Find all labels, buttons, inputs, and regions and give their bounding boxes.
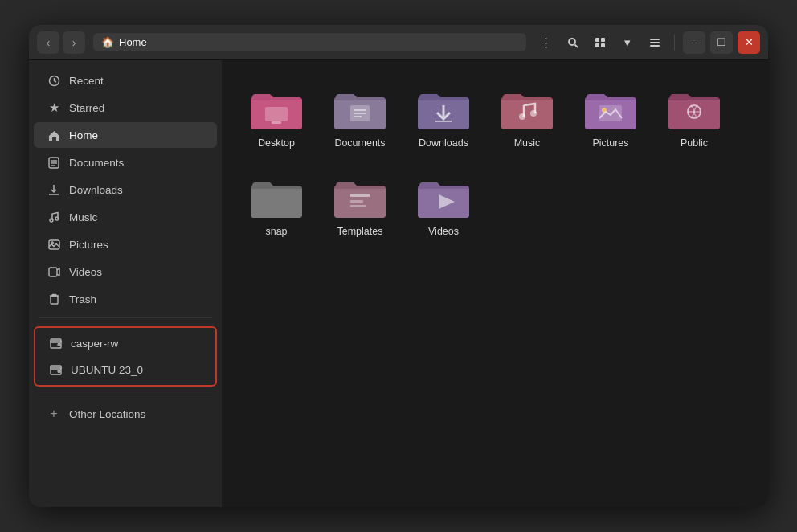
forward-button[interactable]: › [63,31,85,54]
file-item-public[interactable]: Public [659,80,730,155]
file-item-pictures[interactable]: Pictures [575,80,646,155]
svg-rect-6 [650,39,660,40]
svg-point-0 [569,39,575,45]
desktop-label: Desktop [258,137,295,149]
drives-group: casper-rw ⏏ UBUNTU 23_0 ⏏ [34,326,217,387]
home-label: Home [69,129,204,141]
pictures-icon [47,237,61,252]
svg-rect-32 [272,121,281,124]
templates-file-label: Templates [337,226,383,237]
search-button[interactable] [562,31,584,54]
sidebar-separator-1 [39,317,212,318]
svg-rect-47 [350,205,366,207]
snap-file-label: snap [265,226,287,237]
close-button[interactable]: ✕ [738,31,760,54]
pictures-file-label: Pictures [592,137,628,149]
public-file-label: Public [681,137,708,149]
sidebar-item-music[interactable]: Music [34,204,217,230]
documents-file-label: Documents [334,137,385,149]
minimize-button[interactable]: — [683,31,705,54]
sidebar-item-videos[interactable]: Videos [34,259,217,284]
documents-icon [47,155,61,170]
svg-line-1 [575,44,578,47]
svg-rect-5 [601,43,605,47]
starred-icon: ★ [47,100,61,115]
svg-rect-21 [51,296,58,304]
videos-label: Videos [69,266,204,278]
nav-buttons: ‹ › [37,31,85,54]
trash-icon [47,292,61,306]
sidebar-item-recent[interactable]: Recent [34,68,217,93]
downloads-file-label: Downloads [419,137,468,149]
svg-rect-4 [595,43,599,47]
sidebar-item-downloads[interactable]: Downloads [34,177,217,203]
home-icon: 🏠 [101,36,114,48]
music-file-label: Music [514,137,541,149]
recent-icon [47,73,61,88]
path-title: Home [119,36,147,48]
menu-button[interactable]: ⋮ [534,31,557,54]
drive-icon-casper [48,336,63,350]
svg-rect-3 [601,38,605,42]
svg-rect-31 [265,107,288,121]
file-item-snap[interactable]: snap [241,168,312,243]
path-bar[interactable]: 🏠 Home [93,33,526,51]
starred-label: Starred [69,102,204,114]
svg-rect-8 [650,45,660,47]
sidebar-item-casper-rw[interactable]: casper-rw ⏏ [35,330,215,356]
videos-icon [47,264,61,279]
recent-label: Recent [69,75,204,87]
home-sidebar-icon [47,128,61,142]
svg-point-16 [50,219,53,222]
file-item-templates[interactable]: Templates [325,168,395,243]
back-button[interactable]: ‹ [37,31,59,54]
svg-rect-46 [350,200,363,203]
other-locations-icon: + [47,407,61,421]
casper-rw-label: casper-rw [71,338,185,350]
file-item-downloads[interactable]: Downloads [408,80,479,155]
file-item-documents[interactable]: Documents [325,80,395,155]
svg-point-17 [55,217,59,220]
file-item-videos[interactable]: Videos [408,168,479,243]
svg-rect-20 [49,268,57,276]
documents-label: Documents [69,157,204,169]
ubuntu-230-label: UBUNTU 23_0 [71,364,185,376]
other-locations-label: Other Locations [69,408,204,420]
file-item-music[interactable]: Music [492,80,562,155]
svg-point-30 [58,370,60,372]
pictures-label: Pictures [69,239,204,251]
sidebar-item-starred[interactable]: ★ Starred [34,95,217,121]
file-manager-window: ‹ › 🏠 Home ⋮ ▾ — ☐ ✕ [29,25,768,507]
sidebar-item-pictures[interactable]: Pictures [34,231,217,257]
view-dropdown-button[interactable]: ▾ [616,31,639,54]
maximize-button[interactable]: ☐ [710,31,733,54]
drive-icon-ubuntu [48,362,63,377]
sidebar-item-ubuntu-230[interactable]: UBUNTU 23_0 ⏏ [35,357,215,383]
svg-rect-7 [650,42,660,43]
videos-file-label: Videos [428,226,459,237]
sidebar-separator-2 [39,395,212,395]
file-area: Desktop Documents [222,60,768,507]
music-label: Music [69,211,204,223]
titlebar: ‹ › 🏠 Home ⋮ ▾ — ☐ ✕ [29,25,768,60]
svg-rect-2 [595,38,599,42]
sidebar-item-documents[interactable]: Documents [34,149,217,175]
file-item-desktop[interactable]: Desktop [241,80,312,155]
svg-point-39 [519,113,525,120]
main-content: Recent ★ Starred Home Documents [29,60,768,507]
separator [674,35,675,51]
sidebar-item-home[interactable]: Home [34,122,217,148]
svg-point-27 [58,343,60,346]
sidebar-item-other-locations[interactable]: + Other Locations [34,401,217,427]
trash-label: Trash [69,293,204,305]
titlebar-actions: ⋮ ▾ — ☐ ✕ [534,31,760,54]
downloads-label: Downloads [69,184,204,196]
view-toggle-button[interactable] [589,31,611,54]
svg-point-40 [530,110,537,117]
file-grid: Desktop Documents [241,80,749,243]
downloads-icon [47,182,61,197]
list-view-button[interactable] [644,31,666,54]
sidebar: Recent ★ Starred Home Documents [29,60,222,507]
music-icon [47,210,61,224]
sidebar-item-trash[interactable]: Trash [34,286,217,312]
